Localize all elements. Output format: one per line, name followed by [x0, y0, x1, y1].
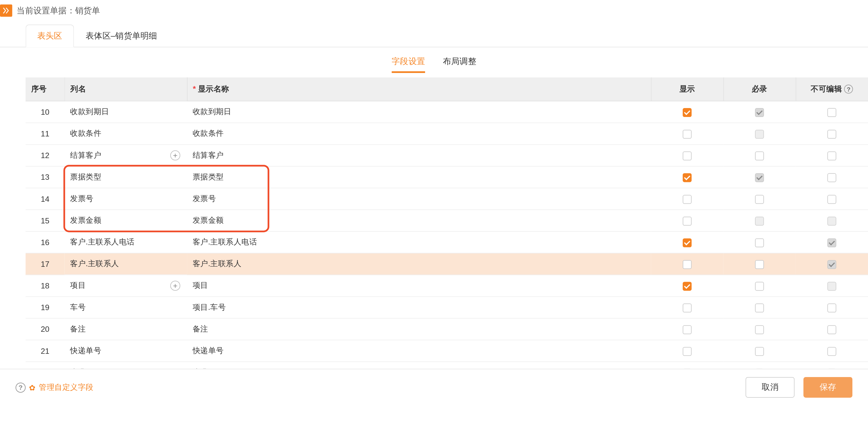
add-child-field-button[interactable]: +: [170, 281, 180, 291]
checkbox-required[interactable]: [755, 195, 764, 204]
checkbox-show[interactable]: [683, 108, 691, 117]
checkbox-show[interactable]: [683, 195, 691, 204]
cell-display-name[interactable]: 结算客户: [187, 144, 651, 166]
table-row: 19车号项目.车号: [26, 296, 868, 318]
checkbox-show[interactable]: [683, 217, 691, 225]
cell-display-name[interactable]: 快递单号: [187, 340, 651, 362]
checkbox-locked[interactable]: [827, 151, 836, 160]
cell-display-name[interactable]: 项目: [187, 275, 651, 296]
checkbox-show[interactable]: [683, 282, 691, 291]
cell-required: [723, 296, 796, 318]
cell-seq: 21: [26, 340, 64, 362]
cell-name: 快递单号: [65, 340, 187, 362]
cell-seq: 12: [26, 144, 64, 166]
table-row: 21快递单号快递单号: [26, 340, 868, 362]
cell-seq: 16: [26, 231, 64, 253]
checkbox-show[interactable]: [683, 151, 691, 160]
checkbox-locked[interactable]: [827, 304, 836, 312]
cell-display-name[interactable]: 发票金额: [187, 210, 651, 231]
checkbox-required[interactable]: [755, 238, 764, 247]
checkbox-show[interactable]: [683, 260, 691, 269]
cell-name: 收款到期日: [65, 101, 187, 123]
checkbox-locked[interactable]: [827, 347, 836, 356]
cell-show: [651, 144, 723, 166]
footer-bar: ? ✿ 管理自定义字段 取消 保存: [0, 369, 868, 405]
cell-locked: [796, 340, 868, 362]
col-header-show: 显示: [651, 78, 723, 101]
cell-seq: 14: [26, 188, 64, 210]
cell-locked: [796, 101, 868, 123]
checkbox-required[interactable]: [755, 260, 764, 269]
cell-name: 发票号: [65, 188, 187, 210]
gear-icon: ✿: [29, 383, 36, 392]
cancel-button[interactable]: 取消: [746, 377, 795, 398]
cell-display-name[interactable]: 票据类型: [187, 166, 651, 188]
checkbox-required[interactable]: [755, 325, 764, 334]
cell-display-name[interactable]: 收款条件: [187, 123, 651, 144]
checkbox-required[interactable]: [755, 151, 764, 160]
checkbox-required[interactable]: [755, 347, 764, 356]
table-row: 12结算客户+结算客户: [26, 144, 868, 166]
checkbox-show[interactable]: [683, 325, 691, 334]
checkbox-locked: [827, 238, 836, 247]
cell-required: [723, 144, 796, 166]
tab-secondary-1[interactable]: 布局调整: [443, 56, 476, 73]
cell-display-name[interactable]: 收款到期日: [187, 101, 651, 123]
cell-show: [651, 296, 723, 318]
checkbox-required[interactable]: [755, 282, 764, 291]
table-row: 20备注备注: [26, 318, 868, 340]
cell-seq: 13: [26, 166, 64, 188]
col-header-name: 列名: [65, 78, 187, 101]
checkbox-locked: [827, 260, 836, 269]
checkbox-show[interactable]: [683, 238, 691, 247]
cell-name: 客户.主联系人电话: [65, 231, 187, 253]
cell-show: [651, 188, 723, 210]
field-settings-table: 序号 列名 *显示名称 显示 必录 不可编辑? 10收款到期日收款到期日11收款…: [26, 78, 868, 405]
tab-primary-0[interactable]: 表头区: [26, 25, 74, 48]
add-child-field-button[interactable]: +: [170, 150, 180, 160]
cell-seq: 20: [26, 318, 64, 340]
cell-show: [651, 231, 723, 253]
cell-name: 发票金额: [65, 210, 187, 231]
cell-name: 收款条件: [65, 123, 187, 144]
cell-display-name[interactable]: 备注: [187, 318, 651, 340]
checkbox-locked[interactable]: [827, 108, 836, 117]
checkbox-required: [755, 217, 764, 225]
cell-display-name[interactable]: 项目.车号: [187, 296, 651, 318]
cell-display-name[interactable]: 客户.主联系人电话: [187, 231, 651, 253]
cell-show: [651, 318, 723, 340]
primary-tabs: 表头区表体区–销货单明细: [0, 25, 868, 48]
tab-primary-1[interactable]: 表体区–销货单明细: [74, 25, 169, 48]
cell-required: [723, 253, 796, 275]
table-row: 14发票号发票号: [26, 188, 868, 210]
help-circle-icon[interactable]: ?: [16, 382, 26, 392]
checkbox-show[interactable]: [683, 173, 691, 182]
checkbox-locked[interactable]: [827, 325, 836, 334]
checkbox-show[interactable]: [683, 130, 691, 139]
checkbox-show[interactable]: [683, 304, 691, 312]
cell-display-name[interactable]: 发票号: [187, 188, 651, 210]
checkbox-required: [755, 130, 764, 139]
checkbox-show[interactable]: [683, 347, 691, 356]
checkbox-locked[interactable]: [827, 130, 836, 139]
help-icon[interactable]: ?: [844, 85, 853, 94]
checkbox-locked: [827, 217, 836, 225]
manage-custom-fields-link[interactable]: 管理自定义字段: [39, 382, 93, 392]
table-row: 17客户.主联系人客户.主联系人: [26, 253, 868, 275]
cell-show: [651, 253, 723, 275]
cell-display-name[interactable]: 客户.主联系人: [187, 253, 651, 275]
checkbox-required: [755, 173, 764, 182]
cell-required: [723, 340, 796, 362]
cell-seq: 10: [26, 101, 64, 123]
expand-panel-button[interactable]: [0, 4, 12, 17]
checkbox-locked[interactable]: [827, 195, 836, 204]
save-button[interactable]: 保存: [803, 377, 852, 398]
topbar-doc-name: 销货单: [75, 5, 100, 16]
checkbox-locked[interactable]: [827, 173, 836, 182]
cell-show: [651, 210, 723, 231]
cell-show: [651, 340, 723, 362]
cell-required: [723, 210, 796, 231]
tab-secondary-0[interactable]: 字段设置: [392, 56, 425, 73]
table-row: 18项目+项目: [26, 275, 868, 296]
checkbox-required[interactable]: [755, 304, 764, 312]
